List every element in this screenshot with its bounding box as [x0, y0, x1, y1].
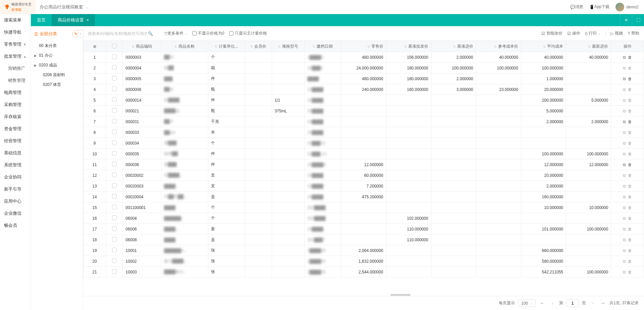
- delete-icon[interactable]: 🗑: [628, 216, 632, 221]
- row-checkbox[interactable]: [112, 151, 117, 156]
- copy-icon[interactable]: ⧉: [623, 152, 626, 156]
- copy-icon[interactable]: ⧉: [623, 270, 626, 274]
- delete-icon[interactable]: 🗑: [628, 66, 632, 70]
- copy-icon[interactable]: ⧉: [623, 130, 626, 135]
- copy-icon[interactable]: ⧉: [623, 173, 626, 178]
- next-page-button[interactable]: ›: [589, 301, 596, 306]
- delete-icon[interactable]: 🗑: [628, 119, 632, 124]
- row-checkbox[interactable]: [112, 269, 117, 274]
- gear-icon[interactable]: ⚙: [93, 44, 97, 49]
- table-row[interactable]: 1806008████盒202███7110.000000⧉🗑: [84, 235, 644, 245]
- delete-icon[interactable]: 🗑: [628, 162, 632, 167]
- sidebar-item-12[interactable]: 系统管理: [0, 159, 31, 171]
- sidebar-item-1[interactable]: 快捷导航: [0, 26, 31, 38]
- table-row[interactable]: 9000034测███个20███23⧉🗑: [84, 138, 644, 149]
- search-input[interactable]: [88, 31, 147, 36]
- table-row[interactable]: 30000005███件████480.000000180.0000002.00…: [84, 73, 644, 84]
- delete-icon[interactable]: 🗑: [628, 238, 632, 242]
- delete-icon[interactable]: 🗑: [628, 98, 632, 103]
- delete-icon[interactable]: 🗑: [628, 141, 632, 146]
- category-item-4[interactable]: 0207 体育: [31, 80, 83, 90]
- row-checkbox[interactable]: [112, 130, 117, 134]
- smart-edit-button[interactable]: ☑智能改价: [541, 31, 562, 36]
- copy-icon[interactable]: ⧉: [623, 141, 626, 146]
- sidebar-item-14[interactable]: 新手引导: [0, 183, 31, 195]
- table-row[interactable]: 1200020002传████...支20████60.00000020.000…: [84, 170, 644, 181]
- print-button[interactable]: ⎙打印⌄: [585, 31, 601, 36]
- main-unit-only-checkbox[interactable]: 只显示主计量价格: [229, 31, 267, 36]
- copy-icon[interactable]: ⧉: [623, 76, 626, 81]
- row-checkbox[interactable]: [112, 140, 117, 145]
- col-header-7[interactable]: ⇅建档日期: [305, 41, 341, 52]
- row-checkbox[interactable]: [112, 65, 117, 70]
- help-button[interactable]: ?帮助: [628, 31, 639, 36]
- table-scroll[interactable]: ⚙⇅商品编码⇅商品名称⇅计量单位...⇅会员价⇅规格型号⇅建档日期⇅零售价⇅基准…: [83, 41, 644, 296]
- col-header-6[interactable]: ⇅规格型号: [272, 41, 305, 52]
- col-header-12[interactable]: ⇅平均成本: [521, 41, 566, 52]
- category-item-1[interactable]: ▶01 办公: [31, 51, 83, 60]
- col-header-13[interactable]: ⇅最新进价: [566, 41, 611, 52]
- tab-home[interactable]: 首页: [31, 14, 52, 26]
- row-checkbox[interactable]: [112, 162, 117, 166]
- sidebar-item-13[interactable]: 企业协同: [0, 171, 31, 183]
- delete-icon[interactable]: 🗑: [628, 227, 632, 231]
- col-header-2[interactable]: ⇅商品编码: [123, 41, 161, 52]
- sidebar-item-3[interactable]: 批发管理▲: [0, 50, 31, 62]
- hide-zero-checkbox[interactable]: 不显示价格为0: [192, 31, 224, 36]
- sidebar-item-7[interactable]: 采购管理: [0, 99, 31, 111]
- copy-icon[interactable]: ⧉: [623, 98, 626, 103]
- operate-button[interactable]: ☑操作: [567, 31, 580, 36]
- col-header-10[interactable]: ⇅基准进价: [431, 41, 476, 52]
- copy-icon[interactable]: ⧉: [623, 184, 626, 189]
- row-checkbox[interactable]: [112, 215, 117, 220]
- delete-icon[interactable]: 🗑: [628, 248, 632, 253]
- row-checkbox[interactable]: [112, 87, 117, 91]
- search-icon[interactable]: 🔍: [148, 31, 153, 36]
- row-checkbox[interactable]: [112, 237, 117, 242]
- last-page-button[interactable]: ⇥: [599, 301, 606, 306]
- delete-icon[interactable]: 🗑: [628, 87, 632, 92]
- delete-icon[interactable]: 🗑: [628, 184, 632, 189]
- table-row[interactable]: 15001100001████个202████10.00000010.00000…: [84, 202, 644, 213]
- table-row[interactable]: 10000035玻璃██件20███-13100.000000100.00000…: [84, 149, 644, 159]
- delete-icon[interactable]: 🗑: [628, 205, 632, 210]
- delete-icon[interactable]: 🗑: [628, 55, 632, 60]
- sidebar-item-2[interactable]: 零售管理▼: [0, 38, 31, 50]
- category-item-2[interactable]: ▶0203 成品: [31, 60, 83, 70]
- row-checkbox[interactable]: [112, 183, 117, 188]
- copy-icon[interactable]: ⧉: [623, 119, 626, 124]
- col-header-8[interactable]: ⇅零售价: [341, 41, 386, 52]
- close-icon[interactable]: ×: [87, 18, 89, 22]
- sidebar-item-16[interactable]: 企业微信: [0, 207, 31, 219]
- copy-icon[interactable]: ⧉: [623, 238, 626, 242]
- copy-icon[interactable]: ⧉: [623, 259, 626, 264]
- delete-icon[interactable]: 🗑: [628, 270, 632, 274]
- table-row[interactable]: 7000031██子千克20████2.0000002.000000⧉🗑: [84, 116, 644, 127]
- app-download-button[interactable]: 📱 App下载: [589, 4, 609, 10]
- table-row[interactable]: 1706006████...套20████110.000000101.00000…: [84, 224, 644, 235]
- first-page-button[interactable]: ⇤: [539, 301, 546, 306]
- col-header-5[interactable]: ⇅会员价: [245, 41, 272, 52]
- video-button[interactable]: ▷视频: [610, 31, 623, 36]
- delete-icon[interactable]: 🗑: [628, 130, 632, 135]
- delete-icon[interactable]: 🗑: [628, 152, 632, 156]
- row-checkbox[interactable]: [112, 226, 117, 231]
- table-row[interactable]: 10000003██示个2████0480.000000156.0000002.…: [84, 52, 644, 63]
- col-header-1[interactable]: [106, 41, 123, 52]
- sidebar-item-17[interactable]: 畅会员: [0, 219, 31, 231]
- table-row[interactable]: 11000036测███件20████812.00000012.00000012…: [84, 159, 644, 170]
- more-filter-button[interactable]: ▽ 更多条件 ⌄: [164, 31, 187, 36]
- page-input[interactable]: [567, 299, 579, 307]
- table-row[interactable]: 50000014杜████件1/120████200.0000005.00000…: [84, 95, 644, 106]
- row-checkbox[interactable]: [112, 194, 117, 199]
- prev-page-button[interactable]: ‹: [549, 301, 556, 306]
- row-checkbox[interactable]: [112, 108, 117, 113]
- horizontal-scroll-thumb[interactable]: [390, 294, 411, 296]
- col-header-0[interactable]: ⚙: [84, 41, 106, 52]
- account-dropdown-icon[interactable]: ⌄: [85, 5, 89, 9]
- delete-icon[interactable]: 🗑: [628, 109, 632, 113]
- category-all[interactable]: 全部分类: [40, 31, 57, 37]
- row-checkbox[interactable]: [112, 248, 117, 252]
- table-row[interactable]: 2110003████桥办...张2████052,544.000000542.…: [84, 267, 644, 277]
- delete-icon[interactable]: 🗑: [628, 195, 632, 199]
